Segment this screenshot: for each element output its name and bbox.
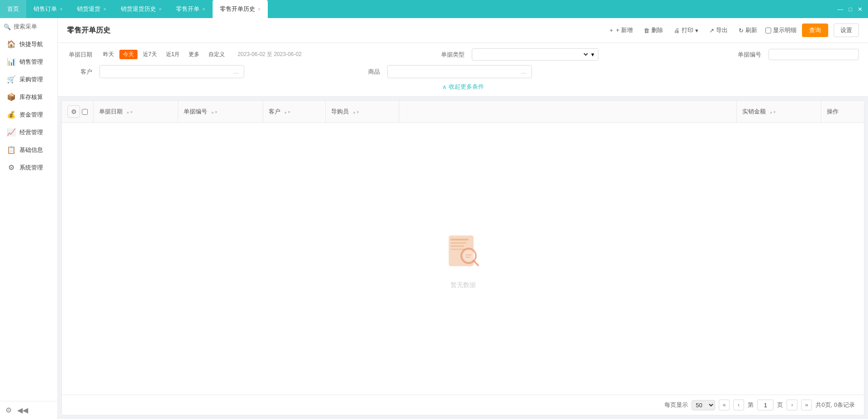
bill-type-select[interactable]: ▾ <box>472 48 598 61</box>
window-minimize-btn[interactable]: — <box>837 6 843 13</box>
tab-retail-history[interactable]: 零售开单历史 × <box>213 0 268 18</box>
add-icon: ＋ <box>608 26 614 34</box>
sidebar-item-base-info[interactable]: 📋 基础信息 <box>0 141 57 159</box>
content-area: 零售开单历史 ＋ + 新增 🗑 删除 🖨 打印 ▾ ↗ 导出 <box>58 18 868 419</box>
first-page-btn[interactable]: « <box>719 400 730 410</box>
finance-icon: 💰 <box>7 110 16 119</box>
toolbar: ＋ + 新增 🗑 删除 🖨 打印 ▾ ↗ 导出 ↻ <box>606 24 859 37</box>
sidebar-search[interactable]: 🔍 搜索采单 <box>0 18 57 35</box>
date-shortcut-today[interactable]: 今天 <box>119 50 138 59</box>
collapse-conditions-btn[interactable]: ∧ 收起更多条件 <box>442 83 484 91</box>
empty-illustration <box>441 229 486 274</box>
select-all-checkbox[interactable] <box>82 109 88 115</box>
display-cols-checkbox[interactable] <box>765 28 771 33</box>
data-table: ⚙ 单据日期 ▲▼ 单据编号 ▲▼ <box>62 101 864 123</box>
date-range-display: 2023-06-02 至 2023-06-02 <box>237 51 301 58</box>
bill-type-dropdown[interactable] <box>476 51 589 58</box>
goods-ellipsis-icon[interactable]: ... <box>519 67 528 76</box>
filter-area: 单据日期 昨天 今天 近7天 近1月 更多 自定义 2023-06-02 至 2… <box>58 43 868 97</box>
delete-button[interactable]: 🗑 删除 <box>641 24 666 36</box>
sidebar-item-sales[interactable]: 📊 销售管理 <box>0 53 57 71</box>
sidebar-item-quicknav[interactable]: 🏠 快捷导航 <box>0 35 57 53</box>
filter-row-2: 客户 ... 商品 ... <box>67 65 859 78</box>
window-maximize-btn[interactable]: □ <box>849 6 852 13</box>
sidebar-settings-icon[interactable]: ⚙ <box>5 406 12 414</box>
table-col-customer[interactable]: 客户 ▲▼ <box>263 101 326 123</box>
table-col-amount[interactable]: 实销金额 ▲▼ <box>737 101 821 123</box>
display-cols-button[interactable]: 显示明细 <box>765 26 797 34</box>
table-col-guide[interactable]: 导购员 ▲▼ <box>326 101 399 123</box>
table-col-date[interactable]: 单据日期 ▲▼ <box>94 101 178 123</box>
customer-input[interactable] <box>104 68 230 75</box>
empty-text: 暂无数据 <box>451 281 476 289</box>
inventory-icon: 📦 <box>7 93 16 101</box>
svg-point-6 <box>463 250 474 261</box>
date-shortcut-more[interactable]: 更多 <box>185 50 203 59</box>
table-col-checkbox: ⚙ <box>62 101 94 123</box>
svg-rect-3 <box>451 245 464 247</box>
pagination: 每页显示 10 20 50 100 « ‹ 第 页 › » 共0页, 0条记录 <box>62 395 864 415</box>
goods-input[interactable] <box>391 68 517 75</box>
tab-return-goods[interactable]: 销货退货 × <box>70 0 113 18</box>
last-page-btn[interactable]: » <box>801 400 812 410</box>
operations-icon: 📈 <box>7 128 16 137</box>
sidebar-item-operations[interactable]: 📈 经营管理 <box>0 123 57 141</box>
sidebar-item-inventory[interactable]: 📦 库存核算 <box>0 88 57 106</box>
base-info-icon: 📋 <box>7 146 16 154</box>
tab-close-icon[interactable]: × <box>159 6 161 12</box>
query-button[interactable]: 查询 <box>802 24 828 37</box>
print-button[interactable]: 🖨 打印 ▾ <box>671 24 701 36</box>
bill-no-input-wrap[interactable] <box>768 49 859 60</box>
table-col-billno[interactable]: 单据编号 ▲▼ <box>178 101 263 123</box>
page-number-input[interactable] <box>757 400 773 410</box>
date-shortcut-7days[interactable]: 近7天 <box>139 50 161 59</box>
customer-ellipsis-icon[interactable]: ... <box>232 67 240 76</box>
dropdown-arrow-icon: ▾ <box>591 51 594 58</box>
page-header: 零售开单历史 ＋ + 新增 🗑 删除 🖨 打印 ▾ ↗ 导出 <box>58 18 868 43</box>
sort-icon: ▲▼ <box>769 110 777 114</box>
date-shortcuts: 昨天 今天 近7天 近1月 更多 自定义 <box>100 50 228 59</box>
export-button[interactable]: ↗ 导出 <box>707 24 730 36</box>
settings-button[interactable]: 设置 <box>834 24 859 37</box>
refresh-button[interactable]: ↻ 刷新 <box>736 24 760 36</box>
sidebar-item-finance[interactable]: 💰 资金管理 <box>0 106 57 123</box>
print-icon: 🖨 <box>674 27 680 34</box>
collapse-icon: ∧ <box>442 84 447 90</box>
main-layout: 🔍 搜索采单 🏠 快捷导航 📊 销售管理 🛒 采购管理 📦 库存核算 💰 资金管… <box>0 18 868 419</box>
table-settings-btn[interactable]: ⚙ <box>67 105 80 118</box>
bill-no-input[interactable] <box>773 51 855 58</box>
tab-home[interactable]: 首页 <box>0 0 26 18</box>
page-title: 零售开单历史 <box>67 26 110 35</box>
tab-close-icon[interactable]: × <box>60 6 62 12</box>
sidebar-collapse-icon[interactable]: ◀◀ <box>17 406 28 414</box>
print-dropdown-icon: ▾ <box>695 27 698 34</box>
customer-input-wrap[interactable]: ... <box>100 65 244 78</box>
sidebar-item-purchase[interactable]: 🛒 采购管理 <box>0 71 57 88</box>
sidebar-item-system[interactable]: ⚙ 系统管理 <box>0 159 57 176</box>
window-close-btn[interactable]: ✕ <box>858 6 863 13</box>
tab-close-icon[interactable]: × <box>202 6 205 12</box>
tab-retail-order[interactable]: 零售开单 × <box>169 0 212 18</box>
date-shortcut-yesterday[interactable]: 昨天 <box>100 50 118 59</box>
svg-rect-4 <box>451 249 465 250</box>
refresh-icon: ↻ <box>739 27 744 34</box>
date-shortcut-1month[interactable]: 近1月 <box>162 50 184 59</box>
prev-page-btn[interactable]: ‹ <box>733 400 744 410</box>
next-page-btn[interactable]: › <box>787 400 797 410</box>
sales-icon: 📊 <box>7 57 16 66</box>
window-controls: — □ ✕ <box>837 6 868 13</box>
tab-close-icon[interactable]: × <box>258 6 261 12</box>
tab-sales-order[interactable]: 销售订单 × <box>26 0 70 18</box>
goods-input-wrap[interactable]: ... <box>387 65 532 78</box>
tab-close-icon[interactable]: × <box>103 6 106 12</box>
top-tabbar: 首页 销售订单 × 销货退货 × 销货退货历史 × 零售开单 × 零售开单历史 … <box>0 0 868 18</box>
svg-rect-1 <box>451 239 469 240</box>
svg-rect-2 <box>451 242 466 244</box>
sidebar: 🔍 搜索采单 🏠 快捷导航 📊 销售管理 🛒 采购管理 📦 库存核算 💰 资金管… <box>0 18 58 419</box>
add-button[interactable]: ＋ + 新增 <box>606 24 636 36</box>
purchase-icon: 🛒 <box>7 75 16 84</box>
date-shortcut-custom[interactable]: 自定义 <box>205 50 228 59</box>
pagination-total: 共0页, 0条记录 <box>816 401 855 409</box>
tab-return-history[interactable]: 销货退货历史 × <box>114 0 169 18</box>
per-page-select[interactable]: 10 20 50 100 <box>692 400 715 410</box>
